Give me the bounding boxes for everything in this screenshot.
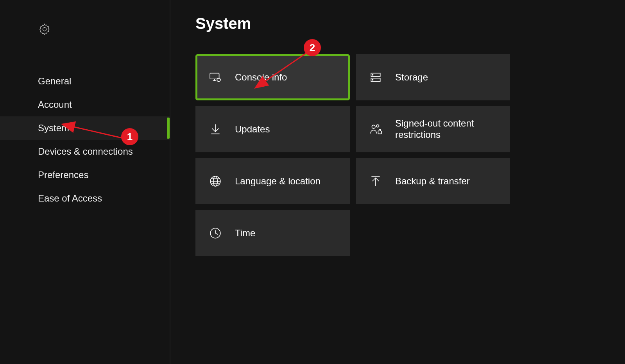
svg-point-7 xyxy=(372,75,373,75)
sidebar-item-account[interactable]: Account xyxy=(0,93,170,116)
svg-line-21 xyxy=(215,233,218,234)
sidebar-item-ease-of-access[interactable]: Ease of Access xyxy=(0,187,170,210)
tile-label: Backup & transfer xyxy=(395,176,470,187)
svg-point-12 xyxy=(376,125,379,127)
svg-point-0 xyxy=(43,27,46,31)
clock-icon xyxy=(208,226,222,240)
download-arrow-icon xyxy=(208,122,222,136)
tile-label: Console info xyxy=(235,72,287,83)
sidebar-item-label: Account xyxy=(38,99,72,110)
tile-updates[interactable]: Updates xyxy=(195,106,350,152)
tile-storage[interactable]: Storage xyxy=(356,54,510,100)
sidebar-item-label: System xyxy=(38,123,69,134)
sidebar-item-general[interactable]: General xyxy=(0,70,170,93)
globe-icon xyxy=(208,174,222,188)
tile-language-location[interactable]: Language & location xyxy=(195,158,350,204)
sidebar-item-label: Preferences xyxy=(38,170,88,180)
sidebar-item-label: Devices & connections xyxy=(38,146,133,157)
tile-grid: Console info Storage xyxy=(195,54,625,256)
tile-label: Language & location xyxy=(235,176,321,187)
storage-icon xyxy=(369,70,383,84)
monitor-gear-icon xyxy=(208,70,222,84)
svg-rect-13 xyxy=(378,131,381,134)
tile-label: Time xyxy=(235,228,255,239)
sidebar-item-system[interactable]: System xyxy=(0,116,170,140)
sidebar-item-devices[interactable]: Devices & connections xyxy=(0,140,170,163)
tile-backup-transfer[interactable]: Backup & transfer xyxy=(356,158,510,204)
tile-content-restrictions[interactable]: Signed-out content restrictions xyxy=(356,106,510,152)
sidebar-item-preferences[interactable]: Preferences xyxy=(0,163,170,187)
tile-label: Updates xyxy=(235,124,270,135)
page-title: System xyxy=(195,15,625,32)
svg-point-8 xyxy=(372,79,373,80)
sidebar-item-label: Ease of Access xyxy=(38,193,102,204)
tile-console-info[interactable]: Console info xyxy=(195,54,350,100)
upload-arrow-icon xyxy=(369,174,383,188)
main-panel: System Console info xyxy=(170,0,625,364)
side-nav: General Account System Devices & connect… xyxy=(0,70,170,210)
sidebar-item-label: General xyxy=(38,76,71,87)
sidebar: General Account System Devices & connect… xyxy=(0,0,170,364)
gear-icon xyxy=(38,23,51,37)
people-lock-icon xyxy=(369,122,383,136)
tile-label: Storage xyxy=(395,72,428,83)
tile-label: Signed-out content restrictions xyxy=(395,118,508,141)
svg-point-11 xyxy=(372,125,375,128)
tile-time[interactable]: Time xyxy=(195,210,350,256)
